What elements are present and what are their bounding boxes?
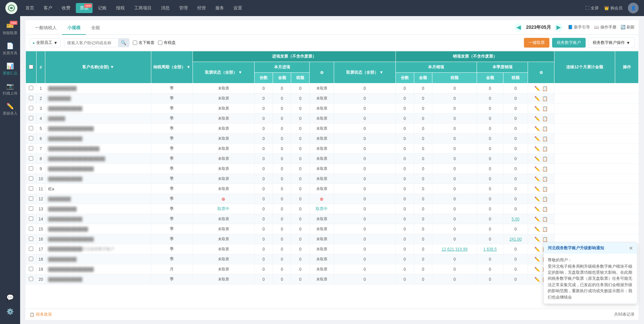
edit-icon[interactable]: ✏️ xyxy=(534,106,540,111)
row-checkbox[interactable] xyxy=(29,237,33,241)
notification-close-btn[interactable]: ✕ xyxy=(629,246,633,251)
quick-action-刷新[interactable]: 🔄 刷新 xyxy=(621,24,635,30)
nav-item-客户[interactable]: 客户 xyxy=(40,3,56,13)
col-out-status[interactable]: 取票状态（全部） ▼ xyxy=(334,62,395,83)
row-checkbox[interactable] xyxy=(29,156,33,160)
copy-icon[interactable]: 📋 xyxy=(542,166,548,172)
edit-icon[interactable]: ✏️ xyxy=(534,206,540,212)
row-checkbox[interactable] xyxy=(29,166,33,171)
row-checkbox[interactable] xyxy=(29,226,33,231)
col-in-status[interactable]: 取票状态（全部） ▼ xyxy=(193,62,255,83)
nav-item-消息[interactable]: 消息 xyxy=(157,3,174,13)
nav-item-首页[interactable]: 首页 xyxy=(21,3,38,13)
nav-item-设置[interactable]: 设置 xyxy=(229,3,246,13)
copy-icon[interactable]: 📋 xyxy=(542,96,548,101)
sidebar-item-扫描上传[interactable]: 📷扫描上传 xyxy=(0,79,20,99)
copy-icon[interactable]: 📋 xyxy=(542,206,548,212)
edit-icon[interactable]: ✏️ xyxy=(534,166,540,172)
row-checkbox[interactable] xyxy=(29,216,33,221)
copy-icon[interactable]: 📋 xyxy=(542,106,548,111)
sidebar-bottom-item[interactable]: 💬 xyxy=(5,290,15,305)
employee-select[interactable]: ● 全部员工 ▼ xyxy=(30,38,61,47)
copy-icon[interactable]: 📋 xyxy=(542,156,548,161)
edit-icon[interactable]: ✏️ xyxy=(534,146,540,151)
nav-item-票据[interactable]: 票据new xyxy=(76,3,93,13)
edit-icon[interactable]: ✏️ xyxy=(534,186,540,192)
row-checkbox[interactable] xyxy=(29,106,33,110)
row-checkbox[interactable] xyxy=(29,196,33,201)
nav-item-工商项目[interactable]: 工商项目 xyxy=(130,3,156,13)
copy-icon[interactable]: 📋 xyxy=(542,237,548,242)
checkbox-tax-disk[interactable]: 有税盘 xyxy=(158,40,176,46)
edit-icon[interactable]: ✏️ xyxy=(534,86,540,91)
select-all-checkbox[interactable] xyxy=(29,65,33,69)
tab-全能[interactable]: 全能 xyxy=(86,21,105,35)
quick-action-新手引导[interactable]: 📘 新手引导 xyxy=(568,24,590,30)
copy-icon[interactable]: 📋 xyxy=(542,226,548,232)
row-checkbox[interactable] xyxy=(29,96,33,100)
copy-icon[interactable]: 📋 xyxy=(542,86,548,91)
sidebar-item-发票开具[interactable]: 📄发票开具 xyxy=(0,39,20,59)
edit-icon[interactable]: ✏️ xyxy=(534,156,540,161)
sidebar-item-票据录入[interactable]: ✏️票据录入 xyxy=(0,99,20,119)
nav-item-管理[interactable]: 管理 xyxy=(175,3,192,13)
row-checkbox[interactable] xyxy=(29,257,33,261)
search-input[interactable] xyxy=(64,39,118,47)
edit-icon[interactable]: ✏️ xyxy=(534,196,540,202)
edit-icon[interactable]: ✏️ xyxy=(534,267,540,272)
one-click-fetch-btn[interactable]: 一键取票 xyxy=(524,38,549,48)
tax-policy-link[interactable]: 📋 xyxy=(30,312,35,317)
copy-icon[interactable]: 📋 xyxy=(542,196,548,202)
row-checkbox[interactable] xyxy=(29,176,33,181)
edit-icon[interactable]: ✏️ xyxy=(534,126,540,131)
copy-icon[interactable]: 📋 xyxy=(542,116,548,121)
row-checkbox[interactable] xyxy=(29,116,33,120)
prev-month-btn[interactable]: ◀ xyxy=(515,23,523,31)
edit-icon[interactable]: ✏️ xyxy=(534,237,540,242)
copy-icon[interactable]: 📋 xyxy=(542,136,548,141)
sidebar-item-票据汇总[interactable]: 📊票据汇总 xyxy=(0,59,20,79)
tab-一般纳税人[interactable]: 一般纳税人 xyxy=(30,21,62,35)
tax-digital-ops-btn[interactable]: 税务数字账户操作 ▼ xyxy=(588,38,635,48)
app-logo[interactable] xyxy=(5,2,17,14)
tab-小规模[interactable]: 小规模 xyxy=(62,21,86,35)
nav-item-经营[interactable]: 经营 xyxy=(193,3,210,13)
next-month-btn[interactable]: ▶ xyxy=(554,23,562,31)
row-checkbox[interactable] xyxy=(29,126,33,130)
copy-icon[interactable]: 📋 xyxy=(542,186,548,192)
sidebar-bottom-item[interactable]: ⚙️ xyxy=(5,305,15,319)
edit-icon[interactable]: ✏️ xyxy=(534,257,540,262)
sidebar-item-智能取票[interactable]: new🎫智能取票 xyxy=(0,19,20,39)
quick-action-操作手册[interactable]: 📖 操作手册 xyxy=(594,24,616,30)
search-button[interactable]: 🔍 xyxy=(118,39,129,47)
edit-icon[interactable]: ✏️ xyxy=(534,176,540,182)
nav-item-记账[interactable]: 记账 xyxy=(94,3,111,13)
row-checkbox[interactable] xyxy=(29,206,33,211)
edit-icon[interactable]: ✏️ xyxy=(534,226,540,232)
nav-item-报税[interactable]: 报税 xyxy=(112,3,129,13)
edit-icon[interactable]: ✏️ xyxy=(534,116,540,121)
row-checkbox[interactable] xyxy=(29,186,33,191)
checkbox-sub-account[interactable]: 名下账套 xyxy=(133,40,155,46)
copy-icon[interactable]: 📋 xyxy=(542,216,548,222)
fullscreen-btn[interactable]: ⛶ 全屏 xyxy=(585,5,599,11)
edit-icon[interactable]: ✏️ xyxy=(534,216,540,222)
edit-icon[interactable]: ✏️ xyxy=(534,247,540,252)
edit-icon[interactable]: ✏️ xyxy=(534,96,540,101)
edit-icon[interactable]: ✏️ xyxy=(534,277,540,282)
tax-digital-account-btn[interactable]: 税务数字账户 xyxy=(552,38,586,48)
user-avatar[interactable]: 👤 xyxy=(628,3,639,13)
copy-icon[interactable]: 📋 xyxy=(542,146,548,151)
copy-icon[interactable]: 📋 xyxy=(542,126,548,131)
membership-btn[interactable]: 👑 购会员 xyxy=(604,5,623,11)
nav-item-服务[interactable]: 服务 xyxy=(211,3,228,13)
row-checkbox[interactable] xyxy=(29,146,33,150)
row-checkbox[interactable] xyxy=(29,277,33,281)
edit-icon[interactable]: ✏️ xyxy=(534,136,540,141)
row-checkbox[interactable] xyxy=(29,267,33,271)
row-checkbox[interactable] xyxy=(29,247,33,251)
copy-icon[interactable]: 📋 xyxy=(542,176,548,182)
nav-item-收费[interactable]: 收费 xyxy=(58,3,74,13)
row-checkbox[interactable] xyxy=(29,86,33,90)
tax-policy-label[interactable]: 税务政策 xyxy=(36,312,52,317)
